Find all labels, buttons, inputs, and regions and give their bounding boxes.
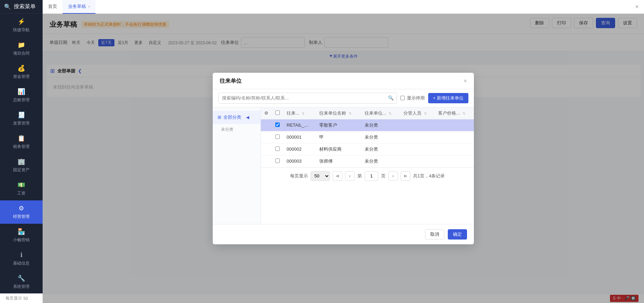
row-code-4: 000003	[283, 155, 316, 167]
sort-icon-manager: ⇅	[424, 112, 427, 115]
category-toggle-btn[interactable]: ◀	[243, 114, 252, 121]
dialog-search-box: 🔍	[218, 93, 397, 104]
sidebar-item-system[interactable]: 🔧 系统管理	[0, 270, 43, 294]
category-all-label: 全部分类	[223, 114, 241, 120]
page-first-btn[interactable]: ⊲	[333, 171, 342, 181]
cancel-button[interactable]: 取消	[425, 229, 444, 240]
table-row[interactable]: 000002 材料供应商 未分类	[261, 143, 474, 155]
show-disabled-checkbox[interactable]	[400, 96, 405, 100]
row-checkbox-4[interactable]	[272, 155, 283, 167]
show-disabled-text: 显示停用	[407, 95, 425, 101]
table-row[interactable]: 000003 张师傅 未分类	[261, 155, 474, 167]
th-price: 客户价格... ⇅	[435, 107, 474, 119]
row-check-4[interactable]	[275, 159, 280, 163]
sidebar-item-label: 基础信息	[13, 260, 30, 266]
tab-close-icon[interactable]: ×	[88, 4, 90, 9]
page-unit: 页	[381, 173, 386, 179]
dialog-search-button[interactable]: 🔍	[385, 94, 397, 102]
partner-table: ⚙ 往来... ⇅ 往来单位名称 ⇅	[261, 107, 474, 167]
th-checkbox	[272, 107, 283, 119]
row-code-1: RETAIL_...	[283, 119, 316, 131]
row-check-2[interactable]	[275, 135, 280, 139]
row-checkbox-1[interactable]	[272, 119, 283, 131]
row-price-2	[435, 131, 474, 143]
tab-draft-label: 业务草稿	[68, 3, 86, 10]
category-panel: ⊞ 全部分类 ◀ 未分类	[213, 107, 261, 224]
invoice-icon: 🧾	[18, 111, 25, 119]
fund-icon: 💰	[18, 65, 25, 72]
sidebar-item-label: 固定资产	[13, 167, 30, 173]
dialog-search-input[interactable]	[219, 93, 385, 103]
dialog-close-icon[interactable]: ×	[463, 78, 467, 85]
sidebar-item-quick-nav[interactable]: ⚡ 快捷导航	[0, 14, 43, 37]
row-code-3: 000002	[283, 143, 316, 155]
sidebar-item-label: 发票管理	[13, 120, 30, 126]
overlay[interactable]: 往来单位 × 🔍 显示停用 + 新增往来单位 ⊞ 全部分类 ◀	[43, 14, 644, 303]
th-name: 往来单位名称 ⇅	[316, 107, 361, 119]
sidebar-item-label: 项目合同	[13, 50, 30, 56]
page-input[interactable]	[365, 171, 378, 181]
store-icon: 🏪	[18, 228, 25, 235]
tab-draft[interactable]: 业务草稿 ×	[63, 0, 96, 14]
row-name-2: 甲	[316, 131, 361, 143]
category-sub-label: 未分类	[221, 127, 233, 132]
sort-icon-category: ⇅	[389, 112, 391, 115]
project-icon: 📁	[18, 41, 25, 49]
dialog-content: ⊞ 全部分类 ◀ 未分类 ⚙	[213, 107, 474, 224]
sidebar-item-fund-manage[interactable]: 💰 资金管理	[0, 60, 43, 84]
sidebar-item-label: 小畅营销	[13, 237, 30, 243]
sidebar-item-accounting[interactable]: 📊 总账管理	[0, 84, 43, 107]
page-next-btn[interactable]: ›	[388, 171, 398, 181]
sidebar-item-basic-info[interactable]: ℹ 基础信息	[0, 247, 43, 270]
select-all-checkbox[interactable]	[275, 110, 280, 115]
sidebar-item-label: 经营管理	[13, 214, 30, 220]
add-partner-button[interactable]: + 新增往来单位	[428, 93, 468, 103]
asset-icon: 🏢	[18, 158, 25, 165]
sort-icon-price: ⇅	[463, 112, 465, 115]
sidebar-item-project-contract[interactable]: 📁 项目合同	[0, 37, 43, 60]
statusbar-label: 每页显示	[5, 295, 22, 301]
category-sub[interactable]: 未分类	[213, 124, 260, 135]
sidebar-item-wage[interactable]: 💵 工资	[0, 177, 43, 200]
table-row[interactable]: RETAIL_... 零散客户 未分类	[261, 119, 474, 131]
sort-icon-code: ⇅	[302, 112, 304, 115]
page-label: 第	[357, 173, 362, 179]
dialog-toolbar: 🔍 显示停用 + 新增往来单位	[213, 89, 474, 107]
topbar: 首页 业务草稿 × ×	[43, 0, 644, 14]
row-name-1: 零散客户	[316, 119, 361, 131]
row-price-4	[435, 155, 474, 167]
row-manager-2	[400, 131, 435, 143]
topbar-close-icon[interactable]: ×	[635, 4, 639, 10]
show-disabled-label[interactable]: 显示停用	[400, 95, 425, 101]
sidebar-item-tax[interactable]: 📋 税务管理	[0, 130, 43, 154]
page-size-select[interactable]: 50 100 200	[311, 171, 330, 181]
category-all[interactable]: ⊞ 全部分类 ◀	[213, 111, 260, 124]
sidebar-item-ops-manage[interactable]: ⚙ 经营管理	[0, 200, 43, 224]
info-icon: ℹ	[20, 251, 23, 259]
table-scroll-area[interactable]: ⚙ 往来... ⇅ 往来单位名称 ⇅	[261, 107, 474, 167]
tab-home[interactable]: 首页	[43, 0, 63, 14]
page-prev-btn[interactable]: ‹	[345, 171, 355, 181]
row-checkbox-2[interactable]	[272, 131, 283, 143]
confirm-button[interactable]: 确定	[448, 229, 467, 240]
row-check-3[interactable]	[275, 147, 280, 151]
per-page-label: 每页显示	[290, 173, 308, 179]
sidebar-search[interactable]: 🔍 搜索菜单	[0, 0, 43, 14]
row-manager-4	[400, 155, 435, 167]
statusbar-page-size: 50	[23, 296, 28, 301]
sidebar-item-label: 快捷导航	[13, 27, 30, 33]
topbar-right: ×	[635, 4, 644, 10]
sidebar-item-small-store[interactable]: 🏪 小畅营销	[0, 224, 43, 247]
row-manager-1	[400, 119, 435, 131]
row-check-1[interactable]	[275, 123, 280, 127]
sidebar-item-asset[interactable]: 🏢 固定资产	[0, 154, 43, 177]
page-last-btn[interactable]: ⊳	[401, 171, 410, 181]
row-cat-2: 未分类	[361, 131, 400, 143]
sidebar-item-label: 总账管理	[13, 97, 30, 103]
sidebar-item-invoice[interactable]: 🧾 发票管理	[0, 107, 43, 130]
dialog-title: 往来单位	[220, 78, 242, 85]
row-checkbox-3[interactable]	[272, 143, 283, 155]
dialog-footer: 取消 确定	[213, 224, 474, 244]
sidebar-item-label: 税务管理	[13, 144, 30, 150]
table-row[interactable]: 000001 甲 未分类	[261, 131, 474, 143]
